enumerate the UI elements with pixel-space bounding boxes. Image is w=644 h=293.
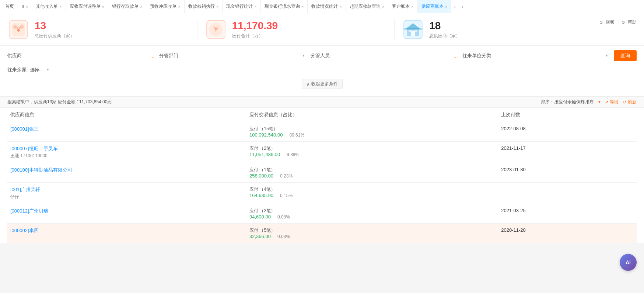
- nav-tab-home[interactable]: 首页: [1, 0, 18, 13]
- payable-amount-number: 11,170.39: [232, 20, 278, 32]
- svg-rect-14: [404, 28, 422, 30]
- svg-point-4: [20, 25, 24, 29]
- supplier-link[interactable]: [000007]恒旺二手叉车: [10, 146, 58, 151]
- close-overdue-ar[interactable]: ×: [382, 4, 384, 9]
- tx-pct: 9.89%: [287, 152, 299, 157]
- person-input[interactable]: [332, 50, 451, 61]
- summary-right-links: ⊙ 视频 | ⊙ 帮助: [592, 19, 637, 39]
- tx-amount[interactable]: 100,092,540.00: [249, 132, 283, 138]
- supplier-input[interactable]: [24, 50, 148, 61]
- nav-tab-overdue-ar[interactable]: 超期应收款查询 ×: [346, 0, 388, 13]
- nav-tab-bank-deposit-label: 银行存取款单: [112, 3, 139, 10]
- tx-pct: 0.23%: [280, 173, 293, 179]
- tx-label: 应付 （2笔）: [249, 145, 495, 152]
- filter-balance: 往来余额 选择... ▾: [7, 64, 50, 75]
- sort-label[interactable]: 排序：按应付余额倒序排序: [541, 99, 594, 105]
- close-cash-bank-stat[interactable]: ×: [254, 4, 256, 9]
- supplier-dots-btn[interactable]: ...: [150, 53, 155, 59]
- nav-tab-ar-ap-adjust[interactable]: 应收应付调整单 ×: [66, 0, 108, 13]
- nav-tab-prepay-ar[interactable]: 预收冲应收单 ×: [146, 0, 184, 13]
- person-dots-btn[interactable]: ...: [454, 53, 458, 59]
- filter-row-1: 供应商 ... 分管部门 ▾ 分管人员 ... 往来单位分类: [7, 50, 637, 61]
- nav-tab-cash-flow-query[interactable]: 现金银行流水查询 ×: [261, 0, 308, 13]
- circle-icon: ⊙: [599, 20, 603, 25]
- refresh-button[interactable]: ↺ 刷新: [623, 99, 637, 105]
- supplier-link[interactable]: [000100]本特勤油品有限公司: [10, 167, 72, 173]
- sort-chevron-icon: ▾: [598, 100, 601, 104]
- close-prepay-ar[interactable]: ×: [178, 4, 180, 9]
- balance-select-wrapper[interactable]: 选择... ▾: [29, 64, 50, 75]
- supplier-cell: [001]广州荣轩仔仔: [7, 183, 246, 204]
- tx-pct: 0.08%: [277, 214, 290, 220]
- help-link[interactable]: 帮助: [628, 19, 637, 25]
- nav-tab-supplier-ledger[interactable]: 供应商账本 ×: [418, 0, 451, 13]
- close-customer-ledger[interactable]: ×: [411, 4, 413, 9]
- tx-cell: 应付 （1笔） 258,000.00 0.23%: [246, 163, 498, 183]
- filter-category: 往来单位分类 ▾: [462, 50, 610, 61]
- total-suppliers-number: 18: [429, 20, 460, 32]
- payable-amount-icon: ￥: [205, 19, 227, 39]
- tx-cell: 应付 （5笔） 32,366.00 0.03%: [246, 224, 498, 243]
- nav-next-arrow[interactable]: ›: [459, 0, 466, 13]
- nav-tab-customer-ledger[interactable]: 客户账本 ×: [388, 0, 417, 13]
- dept-select-wrapper[interactable]: ▾: [181, 50, 307, 61]
- close-receipt-stat[interactable]: ×: [339, 4, 342, 9]
- supplier-sub-info: 仔仔: [10, 194, 244, 200]
- svg-point-3: [13, 25, 17, 29]
- close-ar-ap-adjust[interactable]: ×: [102, 4, 104, 9]
- nav-tab-receipt-verify[interactable]: 收款核销执行 ×: [185, 0, 223, 13]
- dept-select[interactable]: [181, 50, 307, 61]
- collapse-row: ∧ 收起更多条件: [7, 78, 637, 93]
- tx-label: 应付 （15笔）: [249, 126, 495, 132]
- nav-tab-3[interactable]: 3 ×: [18, 0, 32, 13]
- close-other-income[interactable]: ×: [59, 4, 62, 9]
- table-row: [000012]广州贝瑞 应付 （2笔） 94,600.00 0.08% 202…: [7, 204, 637, 224]
- close-bank-deposit[interactable]: ×: [140, 4, 142, 9]
- tx-amount[interactable]: 11,051,486.00: [249, 152, 280, 157]
- nav-tab-cash-bank-stat[interactable]: 现金银行统计 ×: [223, 0, 260, 13]
- top-navigation: 首页 3 × 其他收入单 × 应收应付调整单 × 银行存取款单 × 预收冲应收单…: [0, 0, 644, 13]
- tx-amount[interactable]: 164,635.90: [249, 193, 273, 198]
- nav-tab-supplier-ledger-label: 供应商账本: [421, 3, 444, 10]
- nav-tab-other-income[interactable]: 其他收入单 ×: [32, 0, 66, 13]
- balance-select[interactable]: 选择...: [29, 64, 50, 75]
- nav-prev-arrow[interactable]: ‹: [451, 0, 459, 13]
- supplier-link[interactable]: [000012]广州贝瑞: [10, 208, 48, 214]
- collapse-label: 收起更多条件: [311, 81, 338, 87]
- collapse-button[interactable]: ∧ 收起更多条件: [302, 79, 343, 89]
- total-suppliers-label: 总供应商（家）: [429, 33, 460, 39]
- summary-card-payable-suppliers: ¥ 13 总应付供应商（家）: [7, 19, 197, 39]
- table-header: 供应商信息 应付交易信息（占比） 上次付数: [7, 108, 637, 122]
- tx-amount[interactable]: 258,000.00: [249, 173, 273, 179]
- tx-amount[interactable]: 32,366.00: [249, 234, 271, 239]
- export-button[interactable]: ↗ 导出: [605, 99, 619, 105]
- query-button[interactable]: 查询: [614, 50, 637, 61]
- tx-cell: 应付 （2笔） 11,051,486.00 9.89%: [246, 142, 498, 163]
- nav-tab-receipt-stat[interactable]: 收款情况统计 ×: [308, 0, 346, 13]
- nav-tab-3-close[interactable]: ×: [26, 4, 28, 9]
- tx-pct: 0.03%: [277, 234, 290, 239]
- video-link[interactable]: 视频: [606, 19, 615, 25]
- summary-bar: ¥ 13 总应付供应商（家） ￥ 11,170.39 应付合计（万）: [0, 13, 644, 46]
- category-select[interactable]: [493, 50, 610, 61]
- close-receipt-verify[interactable]: ×: [216, 4, 218, 9]
- last-pay-cell: 2021-11-17: [498, 142, 637, 163]
- th-last-pay: 上次付数: [498, 108, 637, 122]
- export-icon: ↗: [605, 100, 609, 105]
- filter-dept: 分管部门 ▾: [159, 50, 307, 61]
- last-pay-cell: 2021-03-25: [498, 204, 637, 224]
- category-select-wrapper[interactable]: ▾: [493, 50, 610, 61]
- supplier-cell: [000100]本特勤油品有限公司: [7, 163, 246, 183]
- supplier-link[interactable]: [001]广州荣轩: [10, 187, 40, 192]
- circle-icon2: ⊙: [622, 20, 625, 25]
- supplier-link[interactable]: [000002]李四: [10, 228, 39, 233]
- svg-text:￥: ￥: [212, 25, 220, 33]
- nav-tab-bank-deposit[interactable]: 银行存取款单 ×: [108, 0, 146, 13]
- supplier-sub-info: 王通 17106110000: [10, 153, 244, 159]
- supplier-label: 供应商: [7, 52, 22, 59]
- tx-amount[interactable]: 94,600.00: [249, 214, 271, 220]
- supplier-link[interactable]: [000001]张三: [10, 126, 39, 132]
- tx-label: 应付 （2笔）: [249, 208, 495, 214]
- close-cash-flow-query[interactable]: ×: [301, 4, 304, 9]
- close-supplier-ledger[interactable]: ×: [445, 4, 447, 9]
